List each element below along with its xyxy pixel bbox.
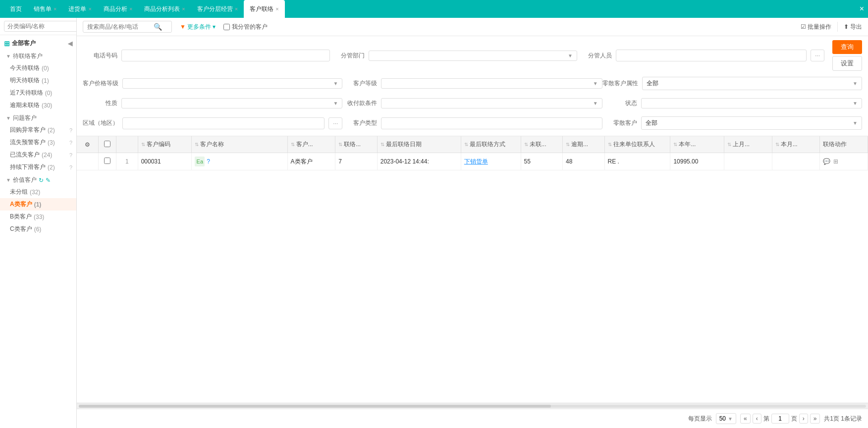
close-tab-customer-tier[interactable]: × — [235, 6, 238, 12]
filter-manager: 分管人员 ··· — [577, 48, 824, 63]
scrollbar-thumb[interactable] — [79, 405, 551, 408]
sidebar-item-c-class[interactable]: C类客户 (6) — [0, 223, 76, 235]
value-label: 价值客户 — [13, 176, 37, 184]
sidebar-value-group[interactable]: ▼ 价值客户 ↻ ✎ — [0, 173, 76, 186]
close-all-button[interactable]: × — [860, 4, 864, 13]
nav-tab-analysis[interactable]: 商品分析 × — [98, 0, 138, 18]
scrollbar-track[interactable] — [79, 405, 866, 408]
sidebar-search-input[interactable] — [4, 21, 77, 32]
row-name[interactable]: ? — [207, 158, 210, 165]
my-customer-checkbox-area[interactable]: 我分管的客户 — [223, 23, 268, 31]
batch-op-btn[interactable]: ☑ 批量操作 — [801, 23, 831, 31]
phone-input[interactable] — [121, 50, 330, 61]
col-contact[interactable]: ⇅联络... — [335, 136, 378, 153]
sidebar-item-ungrouped[interactable]: 未分组 (32) — [0, 186, 76, 198]
col-last-month[interactable]: ⇅上月... — [724, 136, 772, 153]
filter-customer-grade: 客户等级 ▼ — [342, 76, 602, 91]
retail-select[interactable]: 全部 ▼ — [641, 116, 862, 130]
col-type[interactable]: ⇅客户... — [287, 136, 335, 153]
sidebar-pending-group[interactable]: ▼ 待联络客户 — [0, 50, 76, 62]
col-no-contact[interactable]: ⇅未联... — [521, 136, 563, 153]
col-seq — [116, 136, 138, 153]
sidebar-collapse-btn[interactable]: ◀ — [68, 40, 72, 47]
row-last-method[interactable]: 下销货单 — [461, 153, 521, 170]
retail-attr-label: 零散客户属性 — [602, 79, 638, 88]
value-arrow: ▼ — [6, 177, 11, 183]
sidebar-item-a-class[interactable]: A类客户 (1) — [0, 198, 76, 211]
sidebar-item-tomorrow[interactable]: 明天待联络 (1) — [0, 74, 76, 87]
col-this-year[interactable]: ⇅本年... — [670, 136, 724, 153]
nature-select[interactable]: ▼ — [121, 98, 342, 108]
region-dots-btn[interactable]: ··· — [328, 117, 342, 129]
page-input[interactable] — [771, 414, 789, 424]
my-customer-checkbox[interactable] — [223, 24, 230, 30]
col-name[interactable]: ⇅客户名称 — [192, 136, 287, 153]
sidebar-problem-group[interactable]: ▼ 问题客户 — [0, 111, 76, 124]
last-page-btn[interactable]: » — [810, 414, 820, 424]
sidebar-item-b-class[interactable]: B类客户 (33) — [0, 211, 76, 223]
nav-tab-sales[interactable]: 销售单 × — [28, 0, 62, 18]
close-tab-customer-contact[interactable]: × — [275, 6, 278, 12]
grid-action-icon[interactable]: ⊞ — [833, 158, 838, 165]
search-input[interactable] — [87, 23, 152, 30]
price-grade-select[interactable]: ▼ — [122, 78, 342, 89]
dept-select[interactable]: ▼ — [369, 51, 577, 61]
query-button[interactable]: 查询 — [832, 40, 862, 54]
manager-dots-btn[interactable]: ··· — [811, 50, 824, 61]
close-tab-analysis-list[interactable]: × — [182, 6, 185, 12]
prev-page-btn[interactable]: ‹ — [753, 414, 761, 424]
edit-value-icon[interactable]: ✎ — [46, 177, 51, 184]
problem-arrow: ▼ — [6, 115, 11, 121]
payment-arrow: ▼ — [593, 101, 598, 106]
payment-select[interactable]: ▼ — [381, 98, 602, 108]
col-gear[interactable]: ⚙ — [77, 136, 98, 153]
retail-attr-select[interactable]: 全部 ▼ — [642, 77, 862, 90]
sidebar-item-declining[interactable]: 持续下滑客户 (2) ? — [0, 161, 76, 173]
search-icon[interactable]: 🔍 — [154, 23, 162, 31]
manager-label: 分管人员 — [577, 52, 612, 60]
close-tab-analysis[interactable]: × — [129, 6, 132, 12]
row-this-year: 10995.00 — [670, 153, 724, 170]
price-grade-arrow: ▼ — [333, 81, 338, 86]
col-unit-contact[interactable]: ⇅往来单位联系人 — [604, 136, 670, 153]
more-filter-btn[interactable]: ▼ 更多条件 ▾ — [176, 21, 219, 33]
col-last-method[interactable]: ⇅最后联络方式 — [461, 136, 521, 153]
select-all-checkbox[interactable] — [104, 141, 110, 147]
region-input[interactable] — [122, 117, 325, 129]
per-page-select[interactable]: 50 ▼ — [716, 413, 736, 424]
close-tab-purchase[interactable]: × — [88, 6, 91, 12]
nav-home[interactable]: 首页 — [4, 0, 28, 18]
first-page-btn[interactable]: « — [740, 414, 751, 424]
col-last-date[interactable]: ⇅最后联络日期 — [377, 136, 461, 153]
refresh-value-icon[interactable]: ↻ — [39, 177, 44, 184]
page-navigation: « ‹ 第 页 › » — [740, 414, 820, 424]
row-checkbox[interactable] — [104, 158, 110, 164]
filter-status: 状态 ▼ — [602, 96, 862, 110]
customer-grade-select[interactable]: ▼ — [381, 78, 602, 89]
sidebar-item-repurchase-anomaly[interactable]: 回购异常客户 (2) ? — [0, 124, 76, 136]
cust-type-input[interactable] — [381, 117, 602, 129]
col-code[interactable]: ⇅客户编码 — [138, 136, 192, 153]
manager-input[interactable] — [616, 50, 807, 61]
sidebar-item-7days[interactable]: 近7天待联络 (0) — [0, 87, 76, 99]
export-btn[interactable]: ⬆ 导出 — [844, 23, 862, 31]
row-name-cell: Ea ? — [192, 153, 287, 170]
horizontal-scrollbar[interactable] — [77, 403, 868, 409]
col-overdue[interactable]: ⇅逾期... — [563, 136, 605, 153]
next-page-btn[interactable]: › — [799, 414, 808, 424]
close-tab-sales[interactable]: × — [54, 6, 56, 12]
sidebar-item-today[interactable]: 今天待联络 (0) — [0, 62, 76, 74]
nav-tab-analysis-list[interactable]: 商品分析列表 × — [138, 0, 191, 18]
chat-icon[interactable]: 💬 — [823, 158, 830, 165]
sidebar-item-churn-warning[interactable]: 流失预警客户 (3) ? — [0, 136, 76, 149]
nav-tab-purchase[interactable]: 进货单 × — [62, 0, 97, 18]
sidebar-item-overdue[interactable]: 逾期未联络 (30) — [0, 99, 76, 111]
col-this-month[interactable]: ⇅本月... — [772, 136, 820, 153]
last-method-link[interactable]: 下销货单 — [464, 158, 488, 165]
sidebar-item-churned[interactable]: 已流失客户 (24) ? — [0, 149, 76, 161]
nav-tab-customer-tier[interactable]: 客户分层经营 × — [191, 0, 244, 18]
set-button[interactable]: 设置 — [832, 56, 862, 71]
nav-tab-customer-contact[interactable]: 客户联络 × — [244, 0, 284, 18]
status-select[interactable]: ▼ — [641, 98, 862, 108]
sidebar-all-customers-label: 全部客户 — [12, 39, 66, 48]
